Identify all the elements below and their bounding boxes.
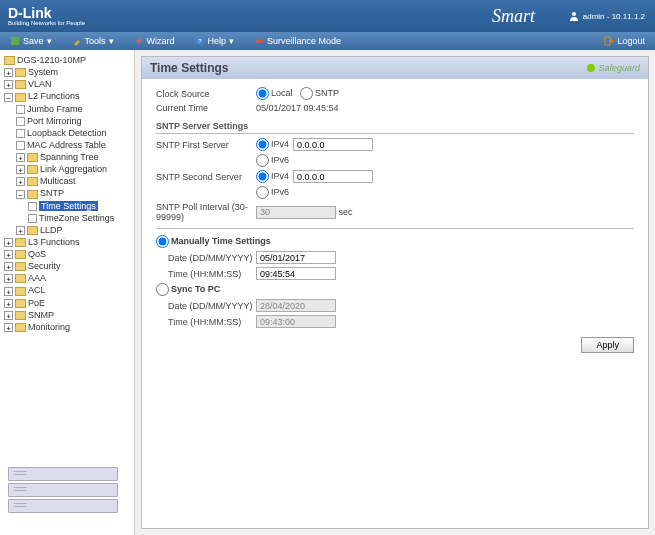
menu-save[interactable]: Save ▾ bbox=[10, 36, 52, 46]
file-icon bbox=[16, 129, 25, 138]
tree-system[interactable]: +System bbox=[4, 66, 130, 78]
expand-icon[interactable]: + bbox=[4, 299, 13, 308]
panel-body: Clock Source Local SNTP Current Time 05/… bbox=[142, 79, 648, 528]
tree-vlan[interactable]: +VLAN bbox=[4, 78, 130, 90]
menu-surveillance[interactable]: Surveillance Mode bbox=[254, 36, 341, 46]
menu-tools-label: Tools bbox=[85, 36, 106, 46]
surveillance-icon bbox=[254, 36, 264, 46]
tree-aaa[interactable]: +AAA bbox=[4, 272, 130, 284]
tree-portmirror[interactable]: Port Mirroring bbox=[4, 115, 130, 127]
sync-time-row: Time (HH:MM:SS) bbox=[156, 315, 634, 328]
folder-icon bbox=[27, 226, 38, 235]
tree-label: System bbox=[28, 67, 58, 77]
radio-local-input[interactable] bbox=[256, 87, 269, 100]
radio-input[interactable] bbox=[256, 138, 269, 151]
radio-sync[interactable]: Sync To PC bbox=[156, 283, 220, 296]
tree-sntp[interactable]: −SNTP bbox=[4, 187, 130, 199]
radio-first-ipv4[interactable]: IPv4 bbox=[256, 138, 289, 151]
tree-spanning[interactable]: +Spanning Tree bbox=[4, 151, 130, 163]
radio-manual[interactable]: Manually Time Settings bbox=[156, 235, 271, 248]
second-server-label: SNTP Second Server bbox=[156, 172, 256, 182]
smart-logo: Smart bbox=[492, 6, 535, 27]
file-icon bbox=[28, 202, 37, 211]
poll-label: SNTP Poll Interval (30-99999) bbox=[156, 202, 256, 222]
radio-second-ipv6[interactable]: IPv6 bbox=[256, 186, 289, 199]
expand-icon[interactable]: + bbox=[4, 250, 13, 259]
tree-security[interactable]: +Security bbox=[4, 260, 130, 272]
expand-icon[interactable]: + bbox=[16, 226, 25, 235]
admin-text: admin - 10.11.1.2 bbox=[583, 12, 645, 21]
time-label: Time (HH:MM:SS) bbox=[156, 269, 256, 279]
collapse-icon[interactable]: − bbox=[16, 190, 25, 199]
collapse-icon[interactable]: − bbox=[4, 93, 13, 102]
radio-local[interactable]: Local bbox=[256, 87, 293, 100]
expand-icon[interactable]: + bbox=[4, 80, 13, 89]
expand-icon[interactable]: + bbox=[4, 311, 13, 320]
menu-help[interactable]: ? Help ▾ bbox=[195, 36, 235, 46]
tree-l2[interactable]: −L2 Functions bbox=[4, 90, 130, 102]
radio-input[interactable] bbox=[156, 283, 169, 296]
save-icon bbox=[10, 36, 20, 46]
tree-timesettings[interactable]: Time Settings bbox=[4, 200, 130, 212]
tree-acl[interactable]: +ACL bbox=[4, 284, 130, 296]
radio-first-ipv6[interactable]: IPv6 bbox=[256, 154, 289, 167]
manual-time-input[interactable] bbox=[256, 267, 336, 280]
folder-icon bbox=[15, 80, 26, 89]
tree-label: L2 Functions bbox=[28, 91, 80, 101]
menu-logout-label: Logout bbox=[617, 36, 645, 46]
radio-second-ipv4[interactable]: IPv4 bbox=[256, 170, 289, 183]
tree-linkagg[interactable]: +Link Aggregation bbox=[4, 163, 130, 175]
sync-date-row: Date (DD/MM/YYYY) bbox=[156, 299, 634, 312]
sync-time-input[interactable] bbox=[256, 315, 336, 328]
tree-tzsettings[interactable]: TimeZone Settings bbox=[4, 212, 130, 224]
tree-l3[interactable]: +L3 Functions bbox=[4, 236, 130, 248]
tree-poe[interactable]: +PoE bbox=[4, 297, 130, 309]
tree-device-label: DGS-1210-10MP bbox=[17, 55, 86, 65]
tree-loopback[interactable]: Loopback Detection bbox=[4, 127, 130, 139]
manual-time-row: Time (HH:MM:SS) bbox=[156, 267, 634, 280]
poll-input[interactable] bbox=[256, 206, 336, 219]
tree-mactable[interactable]: MAC Address Table bbox=[4, 139, 130, 151]
tree-multicast[interactable]: +Multicast bbox=[4, 175, 130, 187]
second-ipv4-input[interactable] bbox=[293, 170, 373, 183]
expand-icon[interactable]: + bbox=[4, 287, 13, 296]
clock-source-label: Clock Source bbox=[156, 89, 256, 99]
menu-logout[interactable]: Logout bbox=[604, 36, 645, 46]
first-ipv4-input[interactable] bbox=[293, 138, 373, 151]
radio-input[interactable] bbox=[256, 170, 269, 183]
expand-icon[interactable]: + bbox=[16, 153, 25, 162]
radio-sntp[interactable]: SNTP bbox=[300, 87, 339, 100]
expand-icon[interactable]: + bbox=[16, 165, 25, 174]
expand-icon[interactable]: + bbox=[4, 238, 13, 247]
file-icon bbox=[16, 141, 25, 150]
expand-icon[interactable]: + bbox=[16, 177, 25, 186]
second-server-row: SNTP Second Server IPv4 bbox=[156, 170, 634, 183]
tree-device[interactable]: DGS-1210-10MP bbox=[4, 54, 130, 66]
expand-icon[interactable]: + bbox=[4, 274, 13, 283]
menu-wizard[interactable]: Wizard bbox=[134, 36, 175, 46]
brand-text: D-Link bbox=[8, 6, 85, 20]
apply-button[interactable]: Apply bbox=[581, 337, 634, 353]
tree-qos[interactable]: +QoS bbox=[4, 248, 130, 260]
expand-icon[interactable]: + bbox=[4, 323, 13, 332]
sync-date-input[interactable] bbox=[256, 299, 336, 312]
radio-input[interactable] bbox=[256, 154, 269, 167]
folder-icon bbox=[15, 250, 26, 259]
tree-label: L3 Functions bbox=[28, 237, 80, 247]
expand-icon[interactable]: + bbox=[4, 68, 13, 77]
tree-label: TimeZone Settings bbox=[39, 213, 114, 223]
menu-tools[interactable]: Tools ▾ bbox=[72, 36, 114, 46]
tree-snmp[interactable]: +SNMP bbox=[4, 309, 130, 321]
wizard-icon bbox=[134, 36, 144, 46]
tree-monitoring[interactable]: +Monitoring bbox=[4, 321, 130, 333]
manual-date-input[interactable] bbox=[256, 251, 336, 264]
tree-jumbo[interactable]: Jumbo Frame bbox=[4, 103, 130, 115]
radio-input[interactable] bbox=[156, 235, 169, 248]
svg-rect-4 bbox=[255, 39, 261, 43]
current-time-value: 05/01/2017 09:45:54 bbox=[256, 103, 339, 113]
expand-icon[interactable]: + bbox=[4, 262, 13, 271]
radio-input[interactable] bbox=[256, 186, 269, 199]
content: Time Settings Safeguard Clock Source Loc… bbox=[135, 50, 655, 535]
radio-sntp-input[interactable] bbox=[300, 87, 313, 100]
tree-lldp[interactable]: +LLDP bbox=[4, 224, 130, 236]
